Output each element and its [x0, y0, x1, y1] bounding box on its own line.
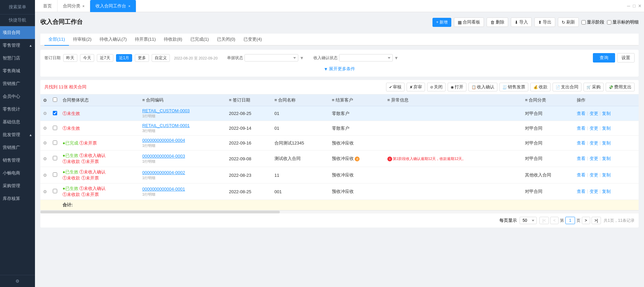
sub-tab-已完成(1)[interactable]: 已完成(1): [186, 34, 213, 46]
horizontal-scrollbar[interactable]: [40, 210, 639, 213]
tab-合同分类[interactable]: 合同分类×: [58, 0, 90, 12]
minimize-btn[interactable]: ─: [627, 3, 630, 8]
action-支出合同[interactable]: 📄支出合同: [553, 83, 581, 91]
sub-tab-待开票(11)[interactable]: 待开票(11): [131, 34, 160, 46]
row-checkbox[interactable]: [53, 156, 57, 160]
filter-today[interactable]: 今天: [80, 54, 94, 62]
op-变更-btn[interactable]: 变更: [590, 111, 598, 117]
income-confirm-select[interactable]: [339, 54, 393, 62]
op-变更-btn[interactable]: 变更: [590, 189, 598, 195]
action-收款[interactable]: 💰收款: [530, 83, 551, 91]
select-all-checkbox[interactable]: [53, 97, 57, 102]
op-复制-btn[interactable]: 复制: [602, 125, 611, 131]
kanban-button[interactable]: ▦ 合同看板: [454, 17, 484, 27]
sidebar-item-批发管理[interactable]: 批发管理▲: [0, 128, 35, 141]
op-复制-btn[interactable]: 复制: [602, 172, 611, 178]
op-变更-btn[interactable]: 变更: [590, 172, 598, 178]
action-弃审[interactable]: ✘弃审: [407, 83, 425, 91]
query-button[interactable]: 查询: [593, 53, 615, 63]
action-费用支出[interactable]: 💸费用支出: [606, 83, 635, 91]
sidebar-item-采购管理[interactable]: 采购管理: [0, 179, 35, 192]
contract-code-link[interactable]: 0000000000004-0003: [142, 154, 185, 159]
sidebar-item-零售商城[interactable]: 零售商城: [0, 65, 35, 77]
op-查看-btn[interactable]: 查看: [577, 156, 585, 162]
sidebar-item-零售统计[interactable]: 零售统计: [0, 103, 35, 116]
op-查看-btn[interactable]: 查看: [577, 125, 585, 131]
row-gear[interactable]: ⚙: [40, 167, 50, 183]
row-checkbox[interactable]: [53, 111, 57, 115]
sidebar-item-会员中心[interactable]: 会员中心: [0, 90, 35, 103]
action-关闭[interactable]: ⊘关闭: [427, 83, 446, 91]
row-checkbox[interactable]: [53, 140, 57, 145]
sidebar-search[interactable]: 搜索菜单: [0, 0, 35, 14]
add-button[interactable]: + 新增: [432, 18, 451, 27]
op-查看-btn[interactable]: 查看: [577, 111, 585, 117]
op-查看-btn[interactable]: 查看: [577, 172, 585, 178]
contract-code-link[interactable]: 0000000000004-0004: [142, 138, 185, 143]
row-checkbox[interactable]: [53, 189, 57, 193]
refresh-button[interactable]: ↻ 刷新: [558, 17, 579, 27]
sub-tab-全部(11)[interactable]: 全部(11): [44, 34, 69, 46]
op-查看-btn[interactable]: 查看: [577, 189, 585, 195]
contract-code-link[interactable]: RETAIL_CUSTOM-0001: [142, 123, 190, 128]
sub-tab-待审核(2)[interactable]: 待审核(2): [69, 34, 96, 46]
sidebar-item-小畅电商[interactable]: 小畅电商: [0, 167, 35, 179]
expand-filter-btn[interactable]: ▼ 展开更多条件: [324, 66, 355, 72]
op-变更-btn[interactable]: 变更: [590, 156, 598, 162]
op-复制-btn[interactable]: 复制: [602, 111, 611, 117]
tab-close-icon[interactable]: ×: [82, 4, 84, 8]
export-button[interactable]: ⬆ 导出: [534, 17, 555, 27]
row-gear[interactable]: ⚙: [40, 183, 50, 200]
prev-page-btn[interactable]: <: [550, 217, 559, 224]
op-变更-btn[interactable]: 变更: [590, 125, 598, 131]
row-gear[interactable]: ⚙: [40, 106, 50, 121]
contract-code-link[interactable]: 0000000000004-0001: [142, 187, 185, 192]
row-checkbox[interactable]: [53, 172, 57, 177]
next-page-btn[interactable]: >: [582, 217, 590, 224]
sidebar-item-智慧门店[interactable]: 智慧门店: [0, 52, 35, 65]
scroll-thumb[interactable]: [40, 211, 280, 213]
sub-tab-待收款(8)[interactable]: 待收款(8): [160, 34, 186, 46]
op-复制-btn[interactable]: 复制: [602, 189, 611, 195]
op-复制-btn[interactable]: 复制: [602, 140, 611, 146]
filter-7days[interactable]: 近7天: [97, 54, 113, 62]
filter-yesterday[interactable]: 昨天: [63, 54, 77, 62]
action-销售发票[interactable]: 🧾销售发票: [499, 83, 528, 91]
op-查看-btn[interactable]: 查看: [577, 140, 585, 146]
sub-tab-待收入确认(7)[interactable]: 待收入确认(7): [96, 34, 131, 46]
action-收入确认[interactable]: 📋收入确认: [468, 83, 497, 91]
sidebar-settings[interactable]: ⚙: [0, 275, 35, 287]
close-btn[interactable]: ×: [638, 3, 641, 9]
action-打开[interactable]: ◉打开: [448, 83, 466, 91]
row-checkbox[interactable]: [53, 126, 57, 130]
sidebar-item-零售管理[interactable]: 零售管理▲: [0, 39, 35, 52]
sidebar-item-基础信息[interactable]: 基础信息: [0, 116, 35, 128]
setting-button[interactable]: 设置: [617, 53, 635, 63]
sidebar-quick-nav[interactable]: 快捷导航: [0, 14, 35, 26]
filter-custom[interactable]: 自定义: [152, 54, 170, 62]
sidebar-item-库存核算[interactable]: 库存核算: [0, 192, 35, 205]
contract-code-link[interactable]: RETAIL_CUSTOM-0003: [142, 108, 190, 113]
sidebar-item-项目合同[interactable]: 项目合同: [0, 26, 35, 39]
maximize-btn[interactable]: □: [633, 3, 636, 8]
op-复制-btn[interactable]: 复制: [602, 156, 611, 162]
show-detail-checkbox[interactable]: 显示标的明细: [607, 19, 639, 25]
tab-首页[interactable]: 首页: [38, 0, 58, 12]
sidebar-item-营销推广[interactable]: 营销推广: [0, 141, 35, 154]
row-gear[interactable]: ⚙: [40, 151, 50, 167]
contract-code-link[interactable]: 0000000000004-0002: [142, 170, 185, 175]
row-gear[interactable]: ⚙: [40, 121, 50, 136]
show-stage-checkbox[interactable]: 显示阶段: [581, 19, 604, 25]
sidebar-item-销售管理[interactable]: 销售管理: [0, 154, 35, 167]
row-gear[interactable]: ⚙: [40, 136, 50, 151]
tab-close-icon[interactable]: ×: [128, 4, 130, 8]
sub-tab-已变更(4)[interactable]: 已变更(4): [239, 34, 266, 46]
filter-more[interactable]: 更多: [135, 54, 149, 62]
sub-tab-已关闭(0)[interactable]: 已关闭(0): [213, 34, 239, 46]
op-变更-btn[interactable]: 变更: [590, 140, 598, 146]
delete-button[interactable]: 🗑 删除: [487, 17, 508, 27]
first-page-btn[interactable]: |<: [539, 217, 549, 224]
page-size-select[interactable]: 50 100: [520, 217, 537, 224]
filter-1month[interactable]: 近1月: [116, 54, 132, 62]
tab-收入合同工作台[interactable]: 收入合同工作台×: [90, 0, 136, 12]
